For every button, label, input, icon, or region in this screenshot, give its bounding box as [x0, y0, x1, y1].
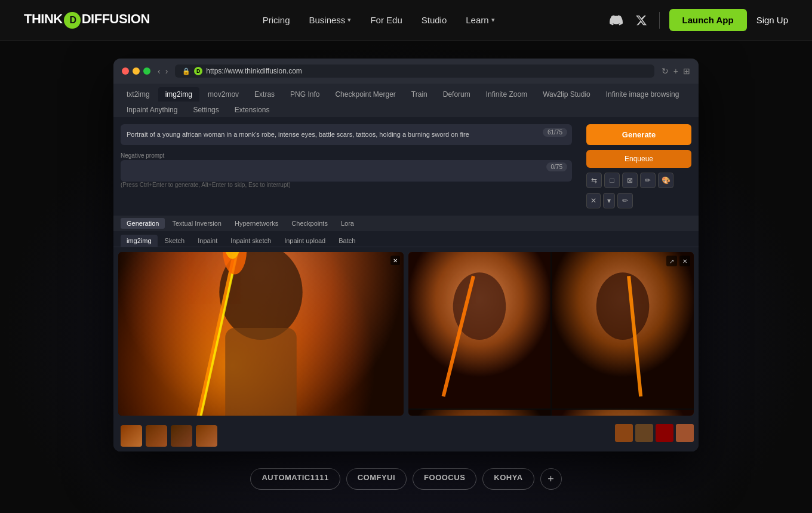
tab-wav2lip[interactable]: Wav2lip Studio: [536, 87, 598, 102]
sd-input-image[interactable]: ✕: [118, 252, 404, 416]
sd-content-row: ✕: [113, 247, 699, 420]
browser-url-bar[interactable]: 🔒 D https://www.thinkdiffusion.com: [175, 64, 654, 78]
for-edu-link[interactable]: For Edu: [370, 15, 402, 25]
edit-extra-btn[interactable]: ✏: [617, 193, 633, 208]
generate-button[interactable]: Generate: [586, 124, 691, 145]
tab-train[interactable]: Train: [404, 87, 435, 102]
gen-tab-checkpoints[interactable]: Checkpoints: [285, 218, 334, 229]
sub-tab-inpaint-sketch[interactable]: Inpaint sketch: [224, 235, 277, 247]
nav-studio[interactable]: Studio: [422, 15, 447, 25]
forward-icon[interactable]: ›: [165, 66, 168, 76]
sub-tab-inpaint[interactable]: Inpaint: [192, 235, 223, 247]
close-extra-btn[interactable]: ✕: [586, 193, 601, 208]
sd-right-panel: Generate Enqueue ⇆ □ ⊠ ✏ 🎨 ✕ ▾ ✏: [579, 117, 699, 216]
tab-infinite-browsing[interactable]: Infinite image browsing: [599, 87, 687, 102]
negative-prompt-box[interactable]: 0/75: [121, 160, 572, 182]
launch-app-button[interactable]: Launch App: [669, 9, 747, 31]
output-cell-1: [408, 252, 550, 408]
studio-link[interactable]: Studio: [422, 15, 447, 25]
expand-extra-btn[interactable]: ▾: [603, 193, 615, 208]
tool-crop-icon[interactable]: ⊠: [622, 173, 638, 188]
tool-arrows-icon[interactable]: ⇆: [586, 173, 602, 188]
badge-plus-button[interactable]: +: [540, 468, 562, 490]
nav-right: Launch App Sign Up: [608, 9, 788, 31]
gen-tab-generation[interactable]: Generation: [121, 218, 165, 229]
sub-tab-img2img[interactable]: img2img: [121, 235, 158, 247]
dot-minimize[interactable]: [133, 67, 140, 75]
tool-color-icon[interactable]: 🎨: [658, 173, 673, 188]
sd-main-content: Portrait of a young african woman in a m…: [113, 117, 699, 216]
studio-label: Studio: [422, 15, 447, 25]
logo[interactable]: THINKDIFFUSION: [24, 11, 150, 28]
discord-icon[interactable]: [608, 12, 625, 29]
tab-mov2mov[interactable]: mov2mov: [201, 87, 246, 102]
prompt-box[interactable]: Portrait of a young african woman in a m…: [121, 124, 572, 145]
logo-diffusion: DIFFUSION: [82, 11, 150, 26]
tab-png-info[interactable]: PNG Info: [283, 87, 327, 102]
input-close-button[interactable]: ✕: [390, 256, 400, 265]
tool-brush-icon[interactable]: ✏: [640, 173, 656, 188]
sd-output-area: ↗ ✕: [408, 252, 694, 416]
tab-settings[interactable]: Settings: [186, 103, 226, 117]
logo-icon: [64, 12, 81, 29]
badge-automatic1111[interactable]: AUTOMATIC1111: [250, 468, 340, 490]
thumb-3[interactable]: [171, 425, 192, 447]
dot-maximize[interactable]: [143, 67, 150, 75]
nav-pricing[interactable]: Pricing: [263, 15, 290, 25]
svg-rect-17: [552, 410, 694, 416]
nav-for-edu[interactable]: For Edu: [370, 15, 402, 25]
gen-tab-hypernetworks[interactable]: Hypernetworks: [229, 218, 284, 229]
gen-tab-lora[interactable]: Lora: [335, 218, 360, 229]
sd-output-grid: [408, 252, 694, 416]
tab-checkpoint-merger[interactable]: Checkpoint Merger: [328, 87, 402, 102]
right-thumb-2[interactable]: [635, 424, 653, 442]
badge-comfyui[interactable]: COMFYUI: [346, 468, 407, 490]
gen-tab-textual-inversion[interactable]: Textual Inversion: [166, 218, 227, 229]
thumb-2[interactable]: [146, 425, 167, 447]
sub-tab-inpaint-upload[interactable]: Inpaint upload: [278, 235, 331, 247]
learn-link[interactable]: Learn ▾: [466, 15, 494, 25]
sub-tab-batch[interactable]: Batch: [333, 235, 361, 247]
tab-infinite-zoom[interactable]: Infinite Zoom: [479, 87, 534, 102]
reload-icon[interactable]: ↻: [662, 66, 669, 76]
back-icon[interactable]: ‹: [158, 66, 161, 76]
url-text: https://www.thinkdiffusion.com: [206, 67, 302, 75]
nav-business[interactable]: Business ▾: [309, 15, 352, 25]
tab-extras[interactable]: Extras: [247, 87, 282, 102]
negative-counter: 0/75: [546, 162, 567, 171]
x-twitter-icon[interactable]: [633, 12, 650, 29]
negative-prompt-label: Negative prompt: [121, 150, 572, 160]
navbar: THINKDIFFUSION Pricing Business ▾ For Ed…: [0, 0, 812, 41]
output-expand-btn[interactable]: ↗: [666, 256, 677, 266]
sd-tool-buttons: ⇆ □ ⊠ ✏ 🎨: [586, 173, 691, 188]
output-close-btn[interactable]: ✕: [679, 256, 690, 266]
grid-icon[interactable]: ⊞: [683, 66, 690, 76]
browser-window: ‹ › 🔒 D https://www.thinkdiffusion.com ↻…: [113, 59, 699, 451]
for-edu-label: For Edu: [370, 15, 402, 25]
dot-close[interactable]: [122, 67, 129, 75]
add-tab-icon[interactable]: +: [673, 66, 678, 76]
thumb-4[interactable]: [196, 425, 217, 447]
badge-fooocus[interactable]: FOOOCUS: [413, 468, 476, 490]
tool-expand-icon[interactable]: □: [604, 173, 620, 188]
thumb-1[interactable]: [121, 425, 142, 447]
sub-tab-sketch[interactable]: Sketch: [159, 235, 191, 247]
badge-kohya[interactable]: KOHYA: [482, 468, 534, 490]
tab-img2img[interactable]: img2img: [158, 87, 199, 102]
tab-inpaint-anything[interactable]: Inpaint Anything: [119, 103, 184, 117]
tab-extensions[interactable]: Extensions: [227, 103, 277, 117]
right-thumb-1[interactable]: [615, 424, 633, 442]
pricing-link[interactable]: Pricing: [263, 15, 290, 25]
sd-gen-sub-tabs: Generation Textual Inversion Hypernetwor…: [113, 216, 699, 231]
sign-up-button[interactable]: Sign Up: [756, 15, 788, 25]
tab-deforum[interactable]: Deforum: [436, 87, 478, 102]
tab-txt2img[interactable]: txt2img: [119, 87, 157, 102]
right-thumb-4[interactable]: [676, 424, 694, 442]
right-thumb-3[interactable]: [656, 424, 673, 442]
business-label: Business: [309, 15, 346, 25]
enqueue-button[interactable]: Enqueue: [586, 150, 691, 168]
nav-learn[interactable]: Learn ▾: [466, 15, 494, 25]
business-link[interactable]: Business ▾: [309, 15, 352, 25]
left-thumb-strip: [113, 420, 408, 451]
lock-icon: 🔒: [182, 67, 190, 75]
